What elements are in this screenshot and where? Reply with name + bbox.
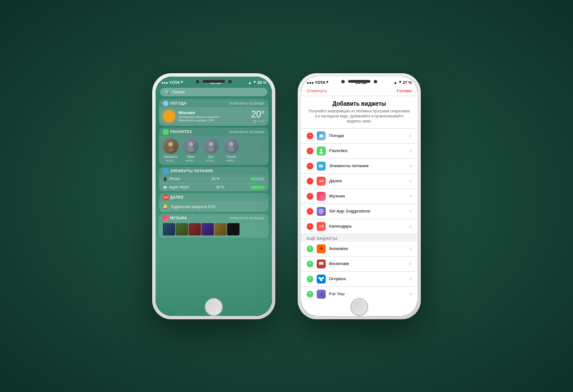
battery-device-iphone: 📱 iPhone [163,177,180,181]
remove-calendar-btn[interactable] [307,223,313,230]
weather-list-icon [317,131,326,140]
thumb-5 [214,223,227,235]
right-phone: ●●● YOTA ▾ 15:12 ▲ ✦ 27 % Отменить Готов… [298,73,421,319]
drag-handle-siri[interactable]: ≡ [409,209,412,214]
drag-handle-foryou[interactable]: ≡ [409,291,412,297]
more-widgets-header: ЕЩЕ ВИДЖЕТЫ [301,234,417,242]
foryou-item-name: For You [329,291,406,296]
battery-list-icon [317,162,326,171]
dalee-title: ДАЛЕЕ [170,195,184,199]
carrier-right: ●●● YOTA [307,81,325,84]
list-item-weather[interactable]: Погода ≡ [301,129,417,144]
favorites-item-name: Favorites [329,148,406,153]
nav-bar-right: Отменить Готово [301,86,417,96]
weather-title: ПОГОДА [170,101,186,105]
favorites-show-more[interactable]: Показать больше [229,130,265,134]
weather-icon [163,101,168,106]
list-item-music[interactable]: ♫ Музыка ≡ [301,189,417,204]
svg-rect-12 [323,166,323,167]
drag-handle-favorites[interactable]: ≡ [409,148,412,154]
watch-pct: 96 % [216,185,224,189]
thumb-4 [201,223,214,235]
sun-icon [163,110,175,122]
music-show-more[interactable]: Показать больше [229,216,265,220]
add-bookmate-btn[interactable] [307,261,313,267]
favorites-icon [163,129,168,135]
battery-icon [163,168,168,174]
add-widgets-header: Добавить виджеты Получайте информацию из… [301,96,417,129]
contact-name-1: Мама [187,155,194,158]
add-dropbox-btn[interactable] [307,276,313,282]
siri-item-name: Siri App Suggestions [329,209,406,214]
speaker [203,80,225,83]
search-bar[interactable]: 🔍 Поиск [160,88,267,96]
drag-handle-aviasales[interactable]: ≡ [409,246,412,252]
remove-weather-btn[interactable] [307,133,313,139]
list-item-battery[interactable]: Элементы питания ≡ [301,159,417,174]
music-item-name: Музыка [329,193,406,199]
svg-point-4 [209,142,213,147]
weather-content: Москва Преимущественно солнечно Вероятно… [159,107,269,126]
drag-handle-dalee[interactable]: ≡ [409,178,412,184]
contact-avatar-princess [163,138,179,154]
home-button-right[interactable] [350,298,368,316]
weather-header: ПОГОДА Показать больше [159,99,269,107]
notification-center-content: ПОГОДА Показать больше Москва Преимущест… [156,98,272,316]
music-icon [163,215,168,221]
weather-show-more[interactable]: Показать больше [229,102,265,105]
done-button[interactable]: Готово [397,88,412,93]
bt-right: ✦ [398,80,402,84]
svg-point-0 [168,142,173,147]
contact-status-0: мобил... [166,159,175,162]
camera-r [341,80,345,83]
cancel-button[interactable]: Отменить [307,88,327,93]
list-item-calendar[interactable]: 14 Календарь ≡ [301,219,417,234]
list-item-siri[interactable]: Siri App Suggestions ≡ [301,204,417,219]
remove-favorites-btn[interactable] [307,148,313,154]
remove-battery-btn[interactable] [307,163,313,169]
contact-item-2[interactable]: Дан мобил... [203,138,219,162]
svg-point-5 [208,147,214,152]
remove-dalee-btn[interactable] [307,178,313,185]
bt-left: ✦ [253,80,256,84]
drag-handle-calendar[interactable]: ≡ [409,224,412,229]
contact-avatar-oksana [223,138,239,154]
add-foryou-btn[interactable] [307,291,313,297]
favorites-list-icon [317,147,326,155]
weather-info: Москва Преимущественно солнечно Вероятно… [179,110,248,122]
foryou-list-icon: ♪ [317,290,326,299]
list-item-dropbox[interactable]: Dropbox ≡ [301,272,417,287]
drag-handle-weather[interactable]: ≡ [409,133,412,139]
list-item-favorites[interactable]: Favorites ≡ [301,144,417,159]
dalee-row: 🔔 Будильник завтра в 8:20 [159,201,269,212]
list-item-bookmate[interactable]: 📖 Bookmate ≡ [301,257,417,272]
favorites-content: Принцесса мобил... Мама мобил... [159,136,269,165]
search-icon: 🔍 [165,89,170,95]
contact-item-1[interactable]: Мама мобил... [183,138,199,162]
dalee-list-icon: 14 [317,177,326,186]
signal-right: ▲ [393,81,397,84]
contact-item[interactable]: Принцесса мобил... [163,138,179,162]
contact-status-2: мобил... [206,159,215,162]
list-item-aviasales[interactable]: ✈ Aviasales ≡ [301,242,417,257]
drag-handle-battery[interactable]: ≡ [409,163,412,169]
battery-device-watch: ⌚ Apple Watch [163,185,190,190]
remove-siri-btn[interactable] [307,208,313,215]
alarm-icon: 🔔 [163,204,168,209]
camera-right-r [374,80,377,83]
battery-content: 📱 iPhone 28 % ⌚ Apple Watch [159,175,269,191]
home-button-left[interactable] [205,298,223,316]
contact-item-3[interactable]: Оксана мобил... [223,138,239,162]
drag-handle-music[interactable]: ≡ [409,193,412,199]
drag-handle-dropbox[interactable]: ≡ [409,276,412,282]
wifi-icon-right: ▾ [326,80,328,84]
thumb-1 [163,223,175,235]
add-aviasales-btn[interactable] [307,245,313,252]
iphone-icon: 📱 [163,177,167,181]
contact-name-0: Принцесса [163,155,177,158]
remove-music-btn[interactable] [307,193,313,200]
battery-row-1: ⌚ Apple Watch 96 % [159,183,269,191]
list-item-dalee[interactable]: 14 Далее ≡ [301,174,417,189]
drag-handle-bookmate[interactable]: ≡ [409,261,412,267]
battery-header: ЭЛЕМЕНТЫ ПИТАНИЯ [159,167,269,175]
